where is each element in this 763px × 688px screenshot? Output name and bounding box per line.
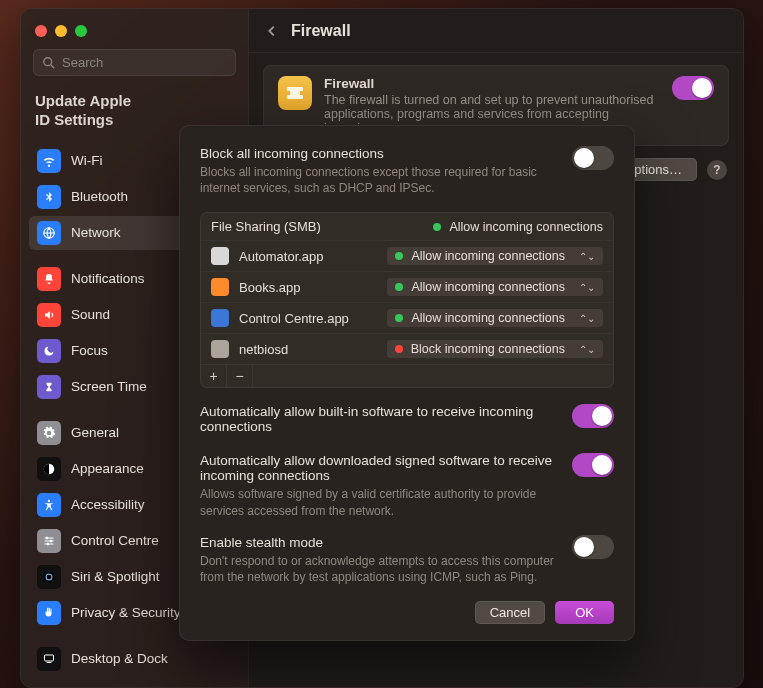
app-status-label: Allow incoming connections bbox=[411, 280, 565, 294]
status-led-icon bbox=[395, 252, 403, 260]
remove-app-button[interactable]: − bbox=[227, 365, 253, 387]
app-list-header: File Sharing (SMB) Allow incoming connec… bbox=[201, 213, 613, 240]
cancel-button[interactable]: Cancel bbox=[475, 601, 545, 624]
status-led-icon bbox=[395, 345, 403, 353]
modal-backdrop: Block all incoming connections Blocks al… bbox=[21, 9, 743, 687]
app-row[interactable]: Control Centre.appAllow incoming connect… bbox=[201, 302, 613, 333]
ok-button[interactable]: OK bbox=[555, 601, 614, 624]
add-app-button[interactable]: + bbox=[201, 365, 227, 387]
stealth-toggle[interactable] bbox=[572, 535, 614, 559]
firewall-app-list: File Sharing (SMB) Allow incoming connec… bbox=[200, 212, 614, 388]
stealth-desc: Don't respond to or acknowledge attempts… bbox=[200, 553, 558, 585]
app-icon bbox=[211, 340, 229, 358]
app-status-select[interactable]: Allow incoming connections⌃⌄ bbox=[387, 278, 603, 296]
app-status-label: Block incoming connections bbox=[411, 342, 565, 356]
chevron-updown-icon: ⌃⌄ bbox=[579, 251, 595, 262]
system-settings-window: Search Update Apple ID Settings Wi-FiBlu… bbox=[20, 8, 744, 688]
app-name-label: Control Centre.app bbox=[239, 311, 377, 326]
app-name-label: Books.app bbox=[239, 280, 377, 295]
app-icon bbox=[211, 278, 229, 296]
status-led-icon bbox=[395, 314, 403, 322]
app-status-label: Allow incoming connections bbox=[411, 311, 565, 325]
chevron-updown-icon: ⌃⌄ bbox=[579, 344, 595, 355]
app-status-select[interactable]: Allow incoming connections⌃⌄ bbox=[387, 309, 603, 327]
app-name-label: Automator.app bbox=[239, 249, 377, 264]
app-header-status: Allow incoming connections bbox=[433, 220, 603, 234]
block-all-desc: Blocks all incoming connections except t… bbox=[200, 164, 558, 196]
firewall-options-modal: Block all incoming connections Blocks al… bbox=[179, 125, 635, 641]
app-header-name: File Sharing (SMB) bbox=[211, 219, 423, 234]
app-row[interactable]: Automator.appAllow incoming connections⌃… bbox=[201, 240, 613, 271]
app-status-label: Allow incoming connections bbox=[411, 249, 565, 263]
app-list-footer: + − bbox=[201, 364, 613, 387]
stealth-title: Enable stealth mode bbox=[200, 535, 558, 550]
app-name-label: netbiosd bbox=[239, 342, 377, 357]
app-icon bbox=[211, 247, 229, 265]
status-led-icon bbox=[395, 283, 403, 291]
block-all-toggle[interactable] bbox=[572, 146, 614, 170]
block-all-title: Block all incoming connections bbox=[200, 146, 558, 161]
app-row[interactable]: netbiosdBlock incoming connections⌃⌄ bbox=[201, 333, 613, 364]
status-led-icon bbox=[433, 223, 441, 231]
chevron-updown-icon: ⌃⌄ bbox=[579, 313, 595, 324]
auto-builtin-toggle[interactable] bbox=[572, 404, 614, 428]
auto-builtin-title: Automatically allow built-in software to… bbox=[200, 404, 558, 434]
chevron-updown-icon: ⌃⌄ bbox=[579, 282, 595, 293]
app-status-select[interactable]: Block incoming connections⌃⌄ bbox=[387, 340, 603, 358]
app-status-select[interactable]: Allow incoming connections⌃⌄ bbox=[387, 247, 603, 265]
auto-signed-desc: Allows software signed by a valid certif… bbox=[200, 486, 558, 518]
app-row[interactable]: Books.appAllow incoming connections⌃⌄ bbox=[201, 271, 613, 302]
app-icon bbox=[211, 309, 229, 327]
auto-signed-title: Automatically allow downloaded signed so… bbox=[200, 453, 558, 483]
auto-signed-toggle[interactable] bbox=[572, 453, 614, 477]
